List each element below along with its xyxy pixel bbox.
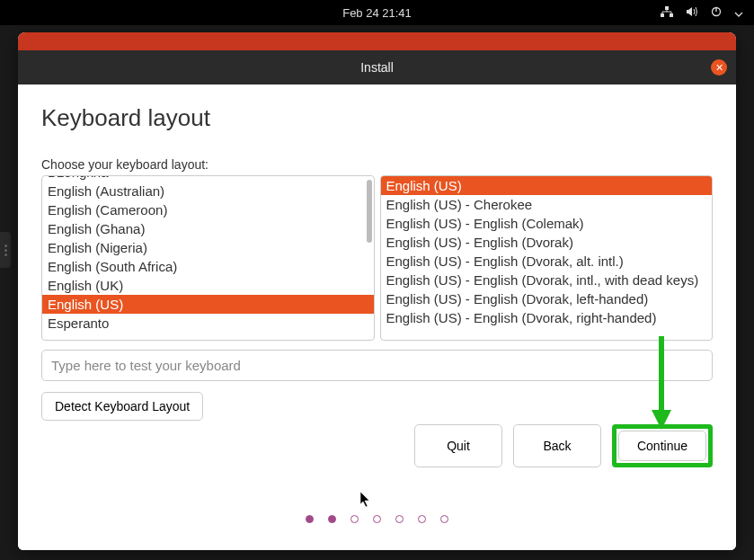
progress-dot	[328, 515, 336, 523]
svg-rect-0	[665, 6, 669, 10]
list-item[interactable]: English (UK)	[42, 276, 374, 295]
installer-window: Install ✕ Keyboard layout Choose your ke…	[18, 32, 736, 550]
progress-dot	[418, 515, 426, 523]
scrollbar[interactable]	[367, 180, 372, 243]
keyboard-test-input[interactable]	[41, 350, 713, 381]
list-item[interactable]: English (US) - English (Dvorak, right-ha…	[381, 308, 713, 327]
window-ribbon	[18, 32, 736, 50]
close-icon[interactable]: ✕	[711, 59, 727, 76]
annotation-arrow	[648, 333, 675, 431]
page-title: Keyboard layout	[41, 104, 713, 132]
continue-button[interactable]: Continue	[618, 431, 706, 461]
detect-layout-button[interactable]: Detect Keyboard Layout	[41, 392, 203, 421]
list-item[interactable]: English (US) - English (Dvorak, intl., w…	[381, 271, 713, 289]
progress-dot	[440, 515, 448, 523]
nav-buttons: Quit Back Continue	[414, 424, 713, 467]
chevron-down-icon[interactable]	[734, 6, 743, 20]
list-item[interactable]: English (Cameroon)	[42, 200, 374, 219]
language-listbox[interactable]: DzongkhaEnglish (Australian)English (Cam…	[41, 175, 375, 341]
system-topbar: Feb 24 21:41	[0, 0, 754, 25]
content-area: Keyboard layout Choose your keyboard lay…	[18, 84, 736, 550]
list-item[interactable]: English (US) - English (Dvorak)	[381, 233, 713, 252]
dock-handle[interactable]	[0, 232, 11, 268]
clock: Feb 24 21:41	[342, 6, 412, 20]
list-item[interactable]: English (Nigeria)	[42, 238, 374, 257]
titlebar: Install ✕	[18, 50, 736, 84]
quit-button[interactable]: Quit	[414, 424, 502, 467]
progress-dots	[18, 515, 736, 523]
system-tray[interactable]	[661, 0, 743, 25]
list-item[interactable]: English (US) - Cherokee	[381, 195, 713, 214]
progress-dot	[306, 515, 314, 523]
network-icon[interactable]	[661, 6, 673, 20]
continue-highlight: Continue	[612, 424, 713, 467]
list-item[interactable]: English (US)	[42, 295, 374, 314]
power-icon[interactable]	[711, 6, 722, 20]
window-title: Install	[360, 60, 394, 75]
list-item[interactable]: English (Ghana)	[42, 219, 374, 238]
list-item[interactable]: Esperanto	[42, 314, 374, 333]
svg-rect-2	[670, 13, 673, 17]
layout-lists: DzongkhaEnglish (Australian)English (Cam…	[41, 175, 713, 341]
progress-dot	[350, 515, 359, 523]
list-item[interactable]: English (Australian)	[42, 182, 374, 200]
list-item[interactable]: English (US) - English (Dvorak, alt. int…	[381, 252, 713, 271]
list-item[interactable]: English (US)	[381, 176, 713, 195]
list-item[interactable]: English (US) - English (Dvorak, left-han…	[381, 289, 713, 308]
progress-dot	[395, 515, 404, 523]
variant-listbox[interactable]: English (US)English (US) - CherokeeEngli…	[380, 175, 714, 341]
list-item[interactable]: English (US) - English (Colemak)	[381, 214, 713, 233]
progress-dot	[373, 515, 381, 523]
list-item[interactable]: English (South Africa)	[42, 257, 374, 276]
back-button[interactable]: Back	[513, 424, 601, 467]
choose-label: Choose your keyboard layout:	[41, 157, 713, 172]
mouse-cursor	[359, 491, 372, 509]
volume-icon[interactable]	[686, 6, 698, 20]
svg-rect-1	[661, 13, 664, 17]
